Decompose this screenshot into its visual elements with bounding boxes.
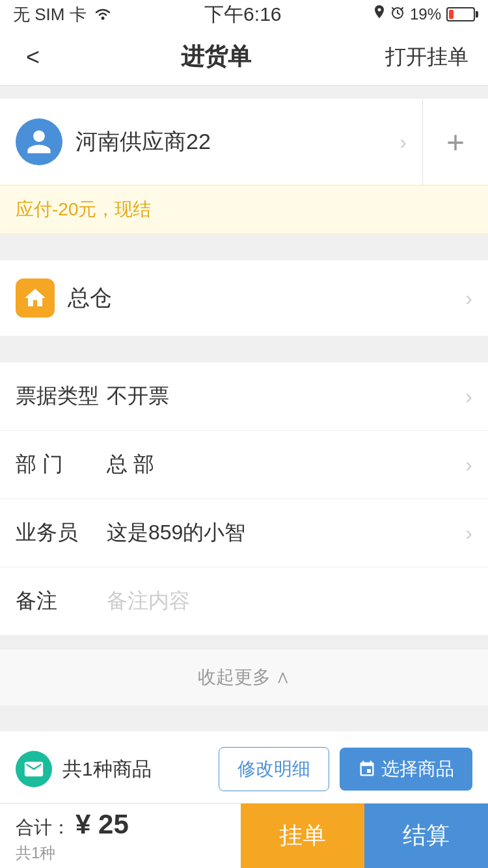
battery-fill: [449, 10, 454, 19]
total-label: 合计：: [16, 815, 70, 840]
product-count-label: 共1种商品: [62, 756, 219, 783]
checkout-button[interactable]: 结算: [364, 804, 488, 868]
section-gap-1: [0, 86, 488, 99]
salesperson-value: 这是859的小智: [107, 519, 459, 547]
product-header-icon: [16, 751, 52, 787]
collapse-bar[interactable]: 收起更多 ∧: [0, 649, 488, 705]
notice-bar: 应付-20元，现结: [0, 185, 488, 234]
department-chevron-icon: ›: [465, 453, 472, 477]
status-left: 无 SIM 卡: [13, 3, 113, 26]
salesperson-label: 业务员: [16, 519, 107, 547]
suspend-button[interactable]: 挂单: [241, 804, 364, 868]
footer-total: 合计： ¥ 25 共1种: [0, 804, 241, 868]
status-bar: 无 SIM 卡 下午6:16 19%: [0, 0, 488, 29]
invoice-type-chevron-icon: ›: [465, 385, 472, 409]
department-label: 部 门: [16, 450, 107, 479]
invoice-type-label: 票据类型: [16, 382, 107, 411]
section-gap-3: [0, 336, 488, 349]
section-gap-2: [0, 234, 488, 247]
product-header: 共1种商品 修改明细 选择商品: [0, 731, 488, 807]
invoice-type-value: 不开票: [107, 382, 459, 411]
svg-point-0: [101, 16, 104, 20]
remark-row[interactable]: 备注 备注内容: [0, 567, 488, 636]
salesperson-chevron-icon: ›: [465, 521, 472, 545]
modify-detail-button[interactable]: 修改明细: [219, 747, 329, 791]
nav-bar: < 进货单 打开挂单: [0, 29, 488, 86]
salesperson-row[interactable]: 业务员 这是859的小智 ›: [0, 499, 488, 567]
location-icon: [373, 5, 385, 23]
section-gap-4: [0, 705, 488, 718]
warehouse-icon: [16, 278, 55, 318]
battery-icon: [446, 7, 475, 21]
open-suspend-button[interactable]: 打开挂单: [385, 43, 468, 72]
select-product-button[interactable]: 选择商品: [340, 748, 472, 791]
remark-label: 备注: [16, 587, 107, 616]
select-product-label: 选择商品: [381, 757, 454, 781]
supplier-chevron-icon: ›: [400, 130, 407, 154]
warehouse-name: 总仓: [68, 283, 459, 313]
department-row[interactable]: 部 门 总 部 ›: [0, 431, 488, 499]
status-time: 下午6:16: [204, 1, 281, 28]
footer-total-row: 合计： ¥ 25: [16, 809, 225, 840]
form-section: 票据类型 不开票 › 部 门 总 部 › 业务员 这是859的小智 › 备注 备…: [0, 362, 488, 636]
warehouse-section: 总仓 ›: [0, 260, 488, 336]
back-button[interactable]: <: [20, 37, 46, 77]
remark-input[interactable]: 备注内容: [107, 587, 472, 616]
invoice-type-row[interactable]: 票据类型 不开票 ›: [0, 362, 488, 431]
warehouse-chevron-icon: ›: [465, 286, 472, 310]
alarm-icon: [390, 5, 405, 23]
battery-percentage: 19%: [410, 5, 441, 23]
wifi-icon: [93, 5, 113, 25]
carrier-label: 无 SIM 卡: [13, 3, 87, 26]
supplier-name: 河南供应商22: [75, 127, 393, 157]
footer: 合计： ¥ 25 共1种 挂单 结算: [0, 803, 488, 868]
department-value: 总 部: [107, 450, 459, 479]
total-sub-label: 共1种: [16, 843, 225, 863]
supplier-selector[interactable]: 河南供应商22 ›: [0, 99, 423, 185]
warehouse-selector[interactable]: 总仓 ›: [0, 260, 488, 336]
add-supplier-button[interactable]: +: [423, 99, 488, 185]
total-amount: ¥ 25: [75, 809, 129, 840]
page-title: 进货单: [181, 41, 251, 73]
supplier-section: 河南供应商22 › +: [0, 99, 488, 185]
status-right: 19%: [373, 5, 475, 23]
supplier-avatar: [16, 118, 62, 165]
